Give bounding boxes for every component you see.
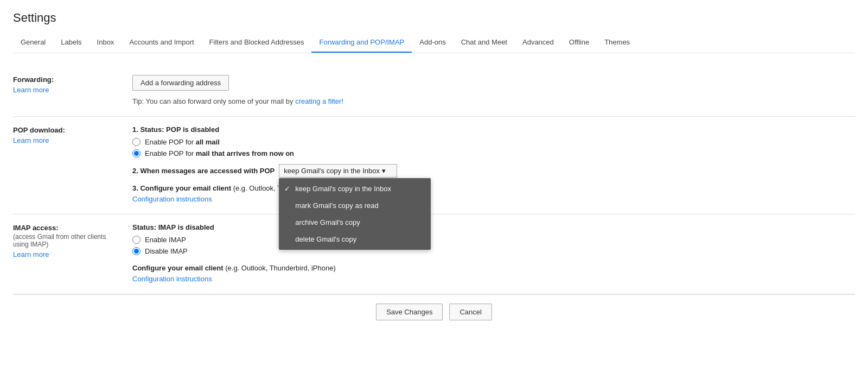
tab-addons[interactable]: Add-ons [412, 33, 453, 53]
pop-body: 1. Status: POP is disabled Enable POP fo… [132, 125, 855, 203]
imap-enable-radio[interactable] [132, 236, 141, 244]
tab-offline[interactable]: Offline [561, 33, 597, 53]
tab-advanced[interactable]: Advanced [515, 33, 561, 53]
imap-disable-radio[interactable] [132, 247, 141, 255]
imap-configure-label: Configure your email client (e.g. Outloo… [132, 264, 855, 272]
settings-content: Forwarding: Learn more Add a forwarding … [13, 53, 855, 294]
tab-themes[interactable]: Themes [597, 33, 637, 53]
imap-enable-label: Enable IMAP [145, 236, 186, 244]
imap-radio-disable: Disable IMAP [132, 247, 855, 255]
tab-filters[interactable]: Filters and Blocked Addresses [202, 33, 312, 53]
tab-accounts-import[interactable]: Accounts and Import [122, 33, 201, 53]
pop-fromnow-radio[interactable] [132, 149, 141, 157]
tab-general[interactable]: General [13, 33, 53, 53]
pop-option-mark-read[interactable]: mark Gmail's copy as read [279, 197, 431, 214]
tab-chat[interactable]: Chat and Meet [454, 33, 515, 53]
pop-option-archive[interactable]: archive Gmail's copy [279, 214, 431, 231]
pop-option-keep-inbox[interactable]: keep Gmail's copy in the Inbox [279, 180, 431, 197]
pop-step2-row: 2. When messages are accessed with POP k… [132, 164, 855, 178]
forwarding-label: Forwarding: Learn more [13, 75, 132, 105]
add-forwarding-button[interactable]: Add a forwarding address [132, 75, 229, 91]
tab-forwarding[interactable]: Forwarding and POP/IMAP [311, 33, 412, 53]
imap-learn-more[interactable]: Learn more [13, 250, 122, 258]
pop-radio-allmail: Enable POP for all mail [132, 138, 855, 146]
forwarding-title: Forwarding: [13, 75, 54, 84]
creating-filter-link[interactable]: creating a filter! [295, 97, 343, 105]
imap-label: IMAP access: (access Gmail from other cl… [13, 223, 132, 283]
imap-configure-section: Configure your email client (e.g. Outloo… [132, 264, 855, 283]
pop-radio-fromnow: Enable POP for mail that arrives from no… [132, 149, 855, 157]
cancel-button[interactable]: Cancel [449, 304, 492, 320]
imap-sublabel: (access Gmail from other clients using I… [13, 233, 122, 248]
section-imap: IMAP access: (access Gmail from other cl… [13, 214, 855, 294]
pop-title: POP download: [13, 126, 65, 134]
section-forwarding: Forwarding: Learn more Add a forwarding … [13, 66, 855, 117]
section-pop: POP download: Learn more 1. Status: POP … [13, 117, 855, 214]
imap-radio-enable: Enable IMAP [132, 236, 855, 244]
page-title: Settings [13, 0, 855, 33]
imap-status: Status: IMAP is disabled [132, 223, 855, 231]
imap-title: IMAP access: [13, 224, 59, 232]
save-changes-button[interactable]: Save Changes [376, 304, 443, 320]
pop-option-delete[interactable]: delete Gmail's copy [279, 231, 431, 248]
imap-config-link[interactable]: Configuration instructions [132, 275, 212, 283]
imap-body: Status: IMAP is disabled Enable IMAP Dis… [132, 223, 855, 283]
pop-action-select-wrapper: keep Gmail's copy in the Inbox ▾ keep Gm… [279, 164, 397, 178]
tabs-bar: General Labels Inbox Accounts and Import… [13, 33, 855, 53]
forwarding-learn-more[interactable]: Learn more [13, 86, 122, 94]
pop-step3-label: 3. Configure your email client (e.g. Out… [132, 184, 855, 192]
forwarding-body: Add a forwarding address Tip: You can al… [132, 75, 855, 105]
pop-status: 1. Status: POP is disabled [132, 125, 855, 134]
tab-inbox[interactable]: Inbox [90, 33, 122, 53]
pop-config-link[interactable]: Configuration instructions [132, 195, 212, 203]
pop-dropdown-menu: keep Gmail's copy in the Inbox mark Gmai… [279, 178, 431, 250]
settings-footer: Save Changes Cancel [13, 294, 855, 329]
pop-action-dropdown[interactable]: keep Gmail's copy in the Inbox ▾ [279, 164, 397, 178]
forwarding-tip: Tip: You can also forward only some of y… [132, 97, 855, 105]
pop-label: POP download: Learn more [13, 125, 132, 203]
imap-disable-label: Disable IMAP [145, 247, 188, 255]
tab-labels[interactable]: Labels [53, 33, 89, 53]
pop-learn-more[interactable]: Learn more [13, 136, 122, 144]
pop-step2-label: 2. When messages are accessed with POP [132, 167, 275, 175]
pop-allmail-radio[interactable] [132, 138, 141, 146]
